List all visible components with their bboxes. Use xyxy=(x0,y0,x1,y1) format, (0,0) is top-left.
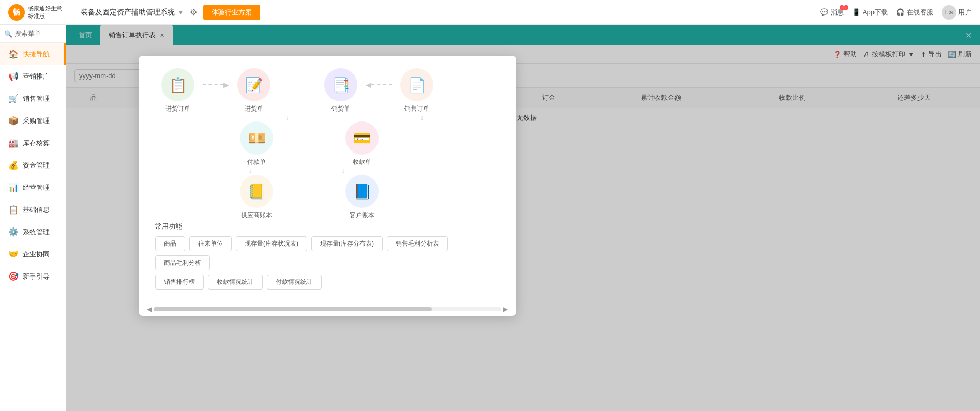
flow-node-purchase-order[interactable]: 📋 进货订单 xyxy=(161,68,194,113)
finance-icon: 💰 xyxy=(8,160,19,170)
marketing-icon: 📢 xyxy=(8,71,19,81)
top-right-actions: 💬 消息 6 📱 App下载 🎧 在线客服 Ea 用户 xyxy=(820,5,972,20)
modal-content: 📋 进货订单 ▶ 📝 进货单 xyxy=(139,56,516,302)
search-menu-button[interactable]: 🔍 搜索菜单 xyxy=(0,25,66,43)
btn-contacts[interactable]: 往来单位 xyxy=(189,236,232,251)
logo-text: 畅康通好生意 标准版 xyxy=(28,5,62,20)
app-download-button[interactable]: 📱 App下载 xyxy=(852,8,888,17)
sales-icon: 📑 xyxy=(324,68,357,101)
flow-node-customer-ledger[interactable]: 📘 客户账本 xyxy=(345,175,379,220)
message-icon: 💬 xyxy=(820,8,828,16)
gear-button[interactable]: ⚙ xyxy=(190,7,197,17)
flow-node-payment[interactable]: 💴 付款单 xyxy=(240,121,273,166)
message-badge: 6 xyxy=(840,5,848,10)
payment-icon: 💴 xyxy=(240,121,273,155)
btn-receipt-stats[interactable]: 收款情况统计 xyxy=(208,275,263,290)
top-bar: 畅 畅康通好生意 标准版 装备及固定资产辅助管理系统 ▼ ⚙ 体验行业方案 💬 … xyxy=(0,0,980,25)
cf-buttons-row1: 商品 往来单位 现存量(库存状况表) 现存量(库存分布表) 销售毛利分析表 商品… xyxy=(155,236,500,270)
download-icon: 📱 xyxy=(852,8,861,16)
system-title: 装备及固定资产辅助管理系统 ▼ xyxy=(81,8,184,17)
sales-icon: 🛒 xyxy=(8,94,19,103)
arrow-2: ▶ xyxy=(366,81,392,101)
sidebar-item-management[interactable]: 📊 经营管理 xyxy=(0,176,66,199)
collaboration-icon: 🤝 xyxy=(8,249,19,259)
cf-buttons-row2: 销售排行榜 收款情况统计 付款情况统计 xyxy=(155,275,500,290)
sidebar: 🔍 搜索菜单 🏠 快捷导航 📢 营销推广 🛒 销售管理 📦 采购管理 🏭 xyxy=(0,25,66,411)
receipt-icon: 💳 xyxy=(345,121,379,155)
inventory-icon: 🏭 xyxy=(8,138,19,148)
flow-node-receipt[interactable]: 💳 收款单 xyxy=(345,121,379,166)
user-menu[interactable]: Ea 用户 xyxy=(942,5,972,20)
main-area: 🔍 搜索菜单 🏠 快捷导航 📢 营销推广 🛒 销售管理 📦 采购管理 🏭 xyxy=(0,25,980,411)
sidebar-item-purchase[interactable]: 📦 采购管理 xyxy=(0,110,66,132)
logo-area: 畅 畅康通好生意 标准版 xyxy=(8,4,74,21)
customer-ledger-icon: 📘 xyxy=(345,175,379,208)
guide-icon: 🎯 xyxy=(8,271,19,281)
purchase-order-icon: 📋 xyxy=(161,68,194,101)
basic-info-icon: 📋 xyxy=(8,205,19,215)
down-arrow-payment: ↓ xyxy=(234,166,267,175)
avatar: Ea xyxy=(942,5,956,20)
flow-row-2: 💴 付款单 💳 收款单 xyxy=(234,121,500,166)
btn-payment-stats[interactable]: 付款情况统计 xyxy=(267,275,322,290)
down-arrow-sales: ↓ xyxy=(405,113,439,121)
sidebar-item-finance[interactable]: 💰 资金管理 xyxy=(0,154,66,176)
sidebar-item-inventory[interactable]: 🏭 库存核算 xyxy=(0,132,66,154)
online-service-button[interactable]: 🎧 在线客服 xyxy=(896,8,933,17)
purchase-icon: 📦 xyxy=(8,116,19,126)
flow-node-sales-order[interactable]: 📄 销售订单 xyxy=(400,68,433,113)
system-icon: ⚙️ xyxy=(8,227,19,237)
btn-sales-rank[interactable]: 销售排行榜 xyxy=(155,275,204,290)
flow-arrows-down-2: ↓ ↓ xyxy=(234,166,500,175)
flow-arrows-down-1: ↓ ↓ xyxy=(155,113,500,121)
common-functions: 常用功能 商品 往来单位 现存量(库存状况表) 现存量(库存分布表) 销售毛利分… xyxy=(155,222,500,290)
down-arrow-receipt: ↓ xyxy=(327,166,360,175)
sidebar-item-basic-info[interactable]: 📋 基础信息 xyxy=(0,199,66,221)
scroll-right-icon[interactable]: ▶ xyxy=(503,306,508,313)
btn-product[interactable]: 商品 xyxy=(155,236,185,251)
sidebar-item-marketing[interactable]: 📢 营销推广 xyxy=(0,65,66,87)
purchase-icon: 📝 xyxy=(237,68,270,101)
dropdown-arrow-icon[interactable]: ▼ xyxy=(178,9,184,16)
scroll-left-icon[interactable]: ◀ xyxy=(147,306,152,313)
logo-icon: 畅 xyxy=(8,4,25,21)
flow-node-purchase[interactable]: 📝 进货单 xyxy=(237,68,270,113)
btn-stock-status[interactable]: 现存量(库存状况表) xyxy=(236,236,307,251)
btn-stock-dist[interactable]: 现存量(库存分布表) xyxy=(311,236,383,251)
flow-diagram: 📋 进货订单 ▶ 📝 进货单 xyxy=(155,68,500,220)
home-icon: 🏠 xyxy=(8,49,19,59)
sidebar-item-collaboration[interactable]: 🤝 企业协同 xyxy=(0,243,66,265)
app-container: 畅 畅康通好生意 标准版 装备及固定资产辅助管理系统 ▼ ⚙ 体验行业方案 💬 … xyxy=(0,0,980,411)
flow-row-3: 📒 供应商账本 📘 客户账本 xyxy=(234,175,500,220)
sidebar-item-quick-nav[interactable]: 🏠 快捷导航 xyxy=(0,43,66,65)
modal-overlay[interactable]: 📋 进货订单 ▶ 📝 进货单 xyxy=(66,25,980,411)
message-button[interactable]: 💬 消息 6 xyxy=(820,8,844,17)
management-icon: 📊 xyxy=(8,182,19,192)
scroll-track[interactable] xyxy=(154,307,501,311)
content-area: 首页 销售订单执行表 ✕ ✕ ❓ 帮助 🖨 按模板打印 xyxy=(66,25,980,411)
flow-row-1: 📋 进货订单 ▶ 📝 进货单 xyxy=(155,68,500,113)
sidebar-item-sales[interactable]: 🛒 销售管理 xyxy=(0,87,66,110)
scroll-thumb xyxy=(154,307,432,311)
spacer3 xyxy=(285,166,327,175)
flow-node-supplier-ledger[interactable]: 📒 供应商账本 xyxy=(240,175,273,220)
common-functions-title: 常用功能 xyxy=(155,222,500,231)
arrow-1: ▶ xyxy=(203,81,229,101)
supplier-ledger-icon: 📒 xyxy=(240,175,273,208)
sales-order-icon: 📄 xyxy=(400,68,433,101)
modal-box: 📋 进货订单 ▶ 📝 进货单 xyxy=(139,56,516,316)
modal-scrollbar: ◀ ▶ xyxy=(139,302,516,316)
service-icon: 🎧 xyxy=(896,8,904,16)
experience-button[interactable]: 体验行业方案 xyxy=(203,5,260,20)
sidebar-item-guide[interactable]: 🎯 新手引导 xyxy=(0,265,66,287)
btn-product-profit[interactable]: 商品毛利分析 xyxy=(155,255,210,270)
search-icon: 🔍 xyxy=(4,30,12,38)
down-arrow-purchase: ↓ xyxy=(271,113,304,121)
btn-sales-profit[interactable]: 销售毛利分析表 xyxy=(387,236,448,251)
sidebar-item-system[interactable]: ⚙️ 系统管理 xyxy=(0,221,66,243)
flow-node-sales[interactable]: 📑 销货单 xyxy=(324,68,357,113)
